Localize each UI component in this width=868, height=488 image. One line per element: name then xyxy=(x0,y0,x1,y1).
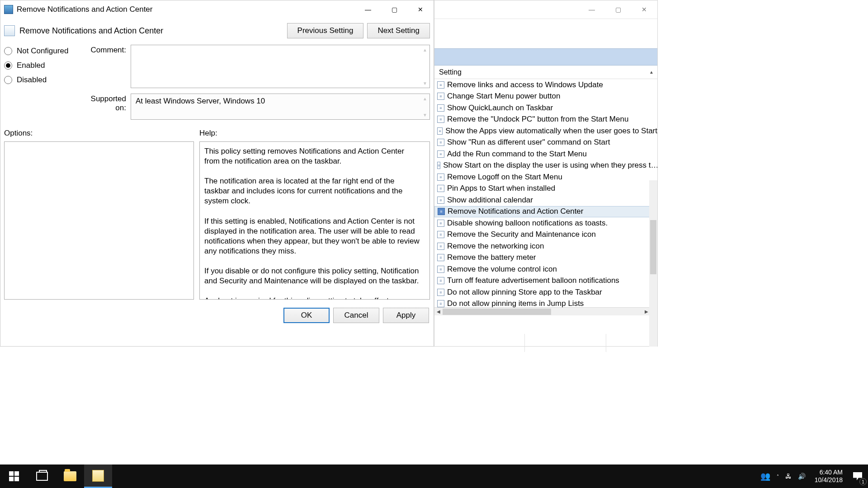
bg-close-button[interactable]: ✕ xyxy=(631,0,657,19)
bg-column-header-setting[interactable]: Setting ▲ xyxy=(434,66,657,79)
apply-button[interactable]: Apply xyxy=(383,308,429,323)
close-button[interactable]: ✕ xyxy=(407,0,434,19)
file-explorer-button[interactable] xyxy=(56,465,84,488)
help-panel: Help: This policy setting removes Notifi… xyxy=(199,129,430,300)
bg-list-item[interactable]: ≡Remove the volume control icon xyxy=(434,263,657,275)
policy-icon xyxy=(4,5,13,14)
bg-list-item[interactable]: ≡Show the Apps view automatically when t… xyxy=(434,125,657,137)
bg-maximize-button[interactable]: ▢ xyxy=(605,0,631,19)
bg-list-item[interactable]: ≡Remove Notifications and Action Center xyxy=(434,206,657,218)
bg-list-item[interactable]: ≡Show "Run as different user" command on… xyxy=(434,137,657,149)
bg-list-item-label: Show "Run as different user" command on … xyxy=(447,138,610,147)
bg-list-item[interactable]: ≡Do not allow pinning items in Jump List… xyxy=(434,298,657,308)
maximize-button[interactable]: ▢ xyxy=(381,0,407,19)
ok-button[interactable]: OK xyxy=(283,308,330,323)
policy-heading-icon xyxy=(4,25,15,36)
bg-minimize-button[interactable]: — xyxy=(579,0,605,19)
state-radio-group: Not Configured Enabled Disabled xyxy=(4,45,79,125)
action-center-button[interactable]: 1 xyxy=(847,465,868,488)
minimize-button[interactable]: — xyxy=(355,0,381,19)
bg-list-item[interactable]: ≡Remove the "Undock PC" button from the … xyxy=(434,114,657,126)
bg-settings-list[interactable]: ≡Remove links and access to Windows Upda… xyxy=(434,79,657,307)
network-icon[interactable]: 🖧 xyxy=(785,473,792,480)
previous-setting-button[interactable]: Previous Setting xyxy=(287,23,364,38)
dialog-button-row: OK Cancel Apply xyxy=(0,300,434,323)
bg-list-item-label: Do not allow pinning items in Jump Lists xyxy=(447,299,584,307)
task-view-icon xyxy=(36,472,48,481)
scroll-down-icon[interactable]: ▼ xyxy=(421,80,429,87)
taskbar-clock[interactable]: 6:40 AM 10/4/2018 xyxy=(810,469,847,484)
help-label: Help: xyxy=(199,129,430,138)
dialog-titlebar[interactable]: Remove Notifications and Action Center —… xyxy=(0,0,434,19)
dialog-header-row: Remove Notifications and Action Center P… xyxy=(0,19,434,43)
radio-not-configured[interactable]: Not Configured xyxy=(4,47,79,56)
policy-item-icon: ≡ xyxy=(437,116,444,123)
bg-list-item[interactable]: ≡Add the Run command to the Start Menu xyxy=(434,148,657,160)
bg-list-item[interactable]: ≡Disable showing balloon notifications a… xyxy=(434,217,657,229)
bg-list-item-label: Change Start Menu power button xyxy=(447,92,560,101)
gpedit-taskbar-button[interactable] xyxy=(84,465,112,488)
taskbar[interactable]: 👥 ˄ 🖧 🔊 6:40 AM 10/4/2018 1 xyxy=(0,465,868,488)
scroll-up-icon: ▲ xyxy=(421,95,429,102)
below-dialog-whitespace xyxy=(0,347,868,465)
radio-label: Disabled xyxy=(17,75,47,84)
bg-list-item[interactable]: ≡Remove the networking icon xyxy=(434,240,657,252)
tray-overflow-icon[interactable]: ˄ xyxy=(777,474,779,479)
radio-icon xyxy=(4,47,12,55)
bg-list-item[interactable]: ≡Pin Apps to Start when installed xyxy=(434,183,657,195)
options-help-row: Options: Help: This policy setting remov… xyxy=(0,129,434,300)
bg-list-item[interactable]: ≡Turn off feature advertisement balloon … xyxy=(434,275,657,287)
vscroll-thumb[interactable] xyxy=(650,220,656,274)
policy-item-icon: ≡ xyxy=(437,93,444,100)
bg-horizontal-scrollbar[interactable]: ◀ ▶ xyxy=(434,307,657,315)
folder-icon xyxy=(64,471,76,481)
taskbar-time: 6:40 AM xyxy=(815,469,843,476)
bg-list-item[interactable]: ≡Remove the battery meter xyxy=(434,252,657,264)
supported-on-label: Supported on: xyxy=(79,94,131,113)
start-button[interactable] xyxy=(0,465,28,488)
bg-list-item[interactable]: ≡Remove links and access to Windows Upda… xyxy=(434,79,657,91)
bg-list-item-label: Do not allow pinning Store app to the Ta… xyxy=(447,288,602,297)
bg-list-item-label: Remove Logoff on the Start Menu xyxy=(447,173,562,182)
bg-list-item[interactable]: ≡Change Start Menu power button xyxy=(434,91,657,103)
dialog-heading: Remove Notifications and Action Center xyxy=(19,26,283,36)
scroll-left-icon[interactable]: ◀ xyxy=(434,309,443,314)
bg-vertical-scrollbar[interactable] xyxy=(649,180,657,370)
bg-list-item[interactable]: ≡Show QuickLaunch on Taskbar xyxy=(434,102,657,114)
scroll-up-icon[interactable]: ▲ xyxy=(421,46,429,53)
policy-item-icon: ≡ xyxy=(437,162,440,169)
policy-item-icon: ≡ xyxy=(437,174,444,181)
bg-list-item-label: Turn off feature advertisement balloon n… xyxy=(447,276,619,285)
bg-list-item[interactable]: ≡Show Start on the display the user is u… xyxy=(434,160,657,172)
bg-list-item[interactable]: ≡Show additional calendar xyxy=(434,194,657,206)
policy-item-icon: ≡ xyxy=(437,243,444,250)
cancel-button[interactable]: Cancel xyxy=(333,308,379,323)
radio-enabled[interactable]: Enabled xyxy=(4,61,79,70)
radio-label: Not Configured xyxy=(17,47,68,56)
policy-item-icon: ≡ xyxy=(437,104,444,112)
task-view-button[interactable] xyxy=(28,465,56,488)
radio-label: Enabled xyxy=(17,61,45,70)
policy-item-icon: ≡ xyxy=(437,277,444,284)
bg-list-item[interactable]: ≡Do not allow pinning Store app to the T… xyxy=(434,286,657,298)
notification-badge: 1 xyxy=(859,478,867,485)
comment-textarea[interactable]: ▲ ▼ xyxy=(131,45,430,88)
bg-list-item-label: Show QuickLaunch on Taskbar xyxy=(447,103,553,113)
people-icon[interactable]: 👥 xyxy=(760,471,770,481)
volume-icon[interactable]: 🔊 xyxy=(798,473,806,480)
bg-list-item[interactable]: ≡Remove the Security and Maintenance ico… xyxy=(434,229,657,241)
policy-item-icon: ≡ xyxy=(437,300,444,307)
hscroll-thumb[interactable] xyxy=(443,309,551,315)
bg-list-item-label: Remove the "Undock PC" button from the S… xyxy=(447,115,628,124)
bg-list-item[interactable]: ≡Remove Logoff on the Start Menu xyxy=(434,171,657,183)
policy-item-icon: ≡ xyxy=(437,150,444,158)
bg-column-header-text: Setting xyxy=(439,68,462,76)
bg-list-item-label: Pin Apps to Start when installed xyxy=(447,184,555,193)
policy-setting-dialog: Remove Notifications and Action Center —… xyxy=(0,0,434,347)
next-setting-button[interactable]: Next Setting xyxy=(367,23,430,38)
policy-item-icon: ≡ xyxy=(437,289,444,296)
policy-item-icon: ≡ xyxy=(438,208,445,215)
help-text-box[interactable]: This policy setting removes Notification… xyxy=(199,141,430,300)
radio-disabled[interactable]: Disabled xyxy=(4,75,79,84)
policy-item-icon: ≡ xyxy=(437,197,444,204)
